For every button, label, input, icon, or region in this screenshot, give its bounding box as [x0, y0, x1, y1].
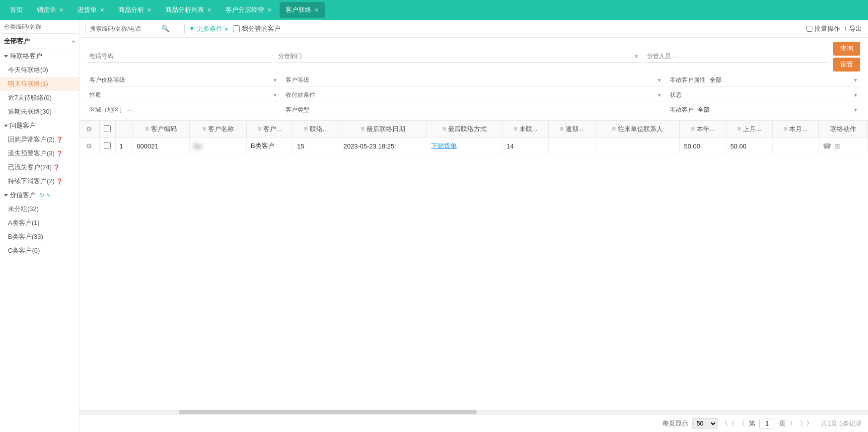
- sidebar-item-churned[interactable]: 已流失客户(24) ❓: [0, 160, 79, 174]
- my-customers-checkbox-wrap: 我分管的客户: [233, 24, 281, 33]
- sidebar-item-ungrouped[interactable]: 未分组(32): [0, 202, 79, 216]
- td-overdue: [549, 138, 595, 154]
- value-edit-icon[interactable]: ✎: [46, 192, 51, 199]
- th-name: ≡ 客户名称: [190, 121, 247, 138]
- horizontal-scrollbar[interactable]: [79, 410, 868, 415]
- sidebar-item-7days-pending[interactable]: 近7天待联络(0): [0, 91, 79, 105]
- retail-customer-caret-icon: ▼: [853, 107, 858, 113]
- footer-next-next-icon[interactable]: 〉〉: [800, 419, 813, 428]
- search-icon[interactable]: 🔍: [161, 25, 169, 32]
- footer-prev-icon[interactable]: 〈: [738, 419, 745, 428]
- nav-close-sales-order[interactable]: ✕: [59, 7, 64, 13]
- sidebar-item-declining[interactable]: 持续下滑客户(2) ❓: [0, 174, 79, 188]
- sidebar-group-value[interactable]: 价值客户 ↻ ✎: [0, 188, 79, 202]
- filter-row-2: 客户价格等级 ▼ 客户等级 ▼ 零散客户属性 全部 ▼: [87, 74, 860, 86]
- reset-button[interactable]: 设置: [833, 58, 860, 72]
- td-contacts: 15: [293, 138, 339, 154]
- sidebar: 🔍 全部客户 « 待联络客户 今天待联络(0) 明天待联络(1) 近7天待联络(…: [0, 20, 79, 432]
- search-input[interactable]: [90, 25, 159, 32]
- export-icon: ↑: [844, 25, 848, 32]
- branch-dept-caret-icon: ▼: [634, 54, 639, 59]
- sidebar-item-today-pending[interactable]: 今天待联络(0): [0, 63, 79, 77]
- export-btn[interactable]: ↑ 导出: [844, 24, 863, 33]
- sidebar-item-tomorrow-pending[interactable]: 明天待联络(1): [0, 77, 79, 91]
- td-index: 1: [115, 138, 133, 154]
- nav-close-customer-contact[interactable]: ✕: [314, 7, 319, 13]
- table-row: ⚙ 1 000021 Ea: [79, 138, 868, 154]
- filter-payment: 收付款条件 ▼: [284, 89, 664, 101]
- bulk-action-btn[interactable]: 批量操作: [806, 24, 840, 33]
- top-nav: 首页 销货单 ✕ 进货单 ✕ 商品分析 ✕ 商品分析列表 ✕ 客户分层经营 ✕ …: [0, 0, 868, 20]
- row-action-phone-icon[interactable]: ☎: [823, 142, 831, 150]
- nav-close-product-analysis[interactable]: ✕: [147, 7, 151, 13]
- td-action: ☎ ⊞: [819, 138, 868, 154]
- sidebar-item-overdue-contact[interactable]: 逾期未联络(30): [0, 105, 79, 119]
- filter-row-4: 区域（地区） ··· 客户类型 零散客户 全部 ▼: [87, 104, 860, 116]
- filter-customer-level: 客户等级 ▼: [284, 74, 664, 86]
- th-type: ≡ 客户...: [247, 121, 293, 138]
- sidebar-all-customers[interactable]: 全部客户 «: [0, 34, 79, 49]
- td-last-contact-date: 2023-05-23 18:25:: [339, 138, 427, 154]
- td-name: Ea: [190, 138, 247, 154]
- td-last-month: 50.00: [726, 138, 772, 154]
- retail-attr-caret-icon: ▼: [853, 77, 858, 83]
- filter-phone: 电话号码: [87, 51, 272, 63]
- scrollbar-thumb[interactable]: [179, 410, 477, 414]
- value-arrow-icon: [4, 194, 8, 197]
- th-index: [115, 121, 133, 138]
- filter-branch-person: 分管人员 ···: [645, 51, 830, 63]
- filter-icon: ▼: [189, 25, 195, 32]
- nav-close-product-analysis-list[interactable]: ✕: [207, 7, 212, 13]
- page-input[interactable]: [759, 419, 775, 429]
- footer-prev-prev-icon[interactable]: 〈〈: [722, 419, 734, 428]
- sidebar-search-input[interactable]: [4, 23, 78, 30]
- gear-icon[interactable]: ⚙: [86, 125, 92, 133]
- td-code: 000021: [133, 138, 190, 154]
- page-size-select[interactable]: 50 100 200: [692, 418, 718, 429]
- row-checkbox[interactable]: [104, 142, 111, 149]
- nav-purchase-order[interactable]: 进货单 ✕: [72, 2, 110, 18]
- th-gear: ⚙: [79, 121, 99, 138]
- filter-customer-price-level: 客户价格等级 ▼: [87, 74, 280, 86]
- nav-close-customer-stratify[interactable]: ✕: [267, 7, 272, 13]
- sidebar-collapse-icon[interactable]: «: [72, 38, 75, 44]
- row-gear-icon[interactable]: ⚙: [86, 142, 92, 150]
- filter-region: 区域（地区） ···: [87, 104, 280, 116]
- sidebar-group-pending[interactable]: 待联络客户: [0, 49, 79, 63]
- nav-close-purchase-order[interactable]: ✕: [100, 7, 104, 13]
- region-dots: ···: [127, 107, 132, 114]
- sidebar-item-repurchase-abnormal[interactable]: 回购异常客户(2) ❓: [0, 133, 79, 146]
- nav-home[interactable]: 首页: [4, 2, 29, 18]
- th-this-month: ≡ 本月...: [772, 121, 818, 138]
- sidebar-item-class-c[interactable]: C类客户(6): [0, 244, 79, 258]
- value-refresh-icon[interactable]: ↻: [40, 192, 44, 199]
- sidebar-item-class-a[interactable]: A类客户(1): [0, 216, 79, 230]
- branch-person-dots: ···: [673, 53, 678, 60]
- td-checkbox: [99, 138, 115, 154]
- sidebar-group-problem[interactable]: 问题客户: [0, 119, 79, 133]
- question-icon-declining: ❓: [56, 178, 63, 184]
- gender-caret-icon: ▼: [273, 92, 278, 98]
- nav-product-analysis-list[interactable]: 商品分析列表 ✕: [159, 2, 217, 18]
- bulk-action-checkbox[interactable]: [806, 26, 812, 32]
- th-overdue: ≡ 逾期...: [549, 121, 595, 138]
- search-bar: 🔍 ▼ 更多条件 ▲ 我分管的客户 批量操作 ↑ 导出: [79, 20, 868, 38]
- price-level-caret-icon: ▼: [273, 77, 278, 83]
- select-all-checkbox[interactable]: [104, 125, 111, 132]
- footer-next-icon[interactable]: 〉: [790, 419, 796, 428]
- sidebar-item-churn-warning[interactable]: 流失预警客户(3) ❓: [0, 146, 79, 160]
- more-filter-btn[interactable]: ▼ 更多条件 ▲: [189, 24, 229, 33]
- query-button[interactable]: 查询: [833, 42, 860, 56]
- th-contacts: ≡ 联络...: [293, 121, 339, 138]
- nav-customer-contact[interactable]: 客户联络 ✕: [280, 2, 325, 18]
- row-action-more-icon[interactable]: ⊞: [834, 142, 840, 150]
- nav-customer-stratify[interactable]: 客户分层经营 ✕: [219, 2, 278, 18]
- nav-sales-order[interactable]: 销货单 ✕: [31, 2, 70, 18]
- th-code: ≡ 客户编码: [133, 121, 190, 138]
- my-customers-checkbox[interactable]: [233, 25, 240, 32]
- th-checkbox: [99, 121, 115, 138]
- table-header-row: ⚙ ≡ 客户编码 ≡ 客户名称 ≡ 客户...: [79, 121, 868, 138]
- sidebar-item-class-b[interactable]: B类客户(33): [0, 230, 79, 244]
- customer-table: ⚙ ≡ 客户编码 ≡ 客户名称 ≡ 客户...: [79, 121, 868, 154]
- nav-product-analysis[interactable]: 商品分析 ✕: [112, 2, 157, 18]
